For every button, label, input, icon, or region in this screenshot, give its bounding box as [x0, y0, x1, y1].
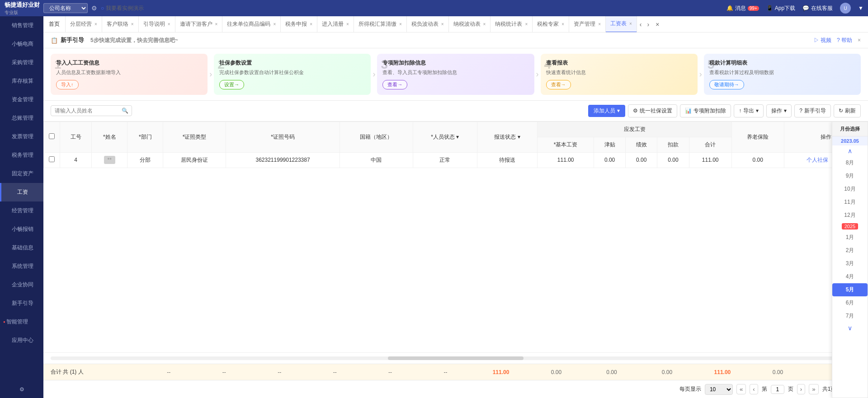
first-page-button[interactable]: «: [736, 384, 746, 394]
sidebar-item-operations[interactable]: 经营管理: [0, 201, 43, 220]
guide-help-link[interactable]: ? 帮助: [837, 37, 852, 44]
last-page-button[interactable]: »: [809, 384, 818, 394]
company-dropdown[interactable]: 公司名称: [43, 3, 88, 13]
month-8[interactable]: 8月: [832, 156, 868, 169]
month-1[interactable]: 1月: [832, 231, 868, 244]
close-icon[interactable]: ×: [346, 22, 349, 27]
tab-prev-button[interactable]: ‹: [637, 21, 645, 28]
unified-settings-button[interactable]: ⚙ 统一社保设置: [628, 104, 677, 117]
sidebar-item-assets[interactable]: 固定资产: [0, 164, 43, 183]
sidebar-item-finance[interactable]: 资金管理: [0, 90, 43, 109]
close-icon[interactable]: ×: [525, 22, 528, 27]
month-up-button[interactable]: ∧: [848, 147, 852, 155]
settings-icon[interactable]: ⚙: [91, 5, 97, 12]
tab-fen-ceng[interactable]: 分层经营 ×: [66, 16, 102, 33]
operations-button[interactable]: 操作 ▾: [766, 104, 792, 117]
month-6[interactable]: 6月: [832, 296, 868, 309]
sidebar-item-inventory[interactable]: 库存核算: [0, 72, 43, 90]
step3-btn[interactable]: 查看→: [382, 80, 407, 89]
month-7[interactable]: 7月: [832, 309, 868, 323]
sidebar-item-sales[interactable]: 销售管理: [0, 16, 43, 35]
year-2025-badge[interactable]: 2025: [842, 223, 858, 229]
close-icon[interactable]: ×: [441, 22, 444, 27]
month-5[interactable]: 5月: [832, 283, 868, 296]
month-10[interactable]: 10月: [832, 183, 868, 196]
app-download-button[interactable]: 📱 App下载: [766, 5, 795, 12]
page-size-select[interactable]: 10 20 50: [705, 384, 733, 395]
month-11[interactable]: 11月: [832, 196, 868, 209]
sidebar-item-collab[interactable]: 企业协同: [0, 276, 43, 294]
prev-page-button[interactable]: ‹: [750, 384, 758, 394]
user-menu-button[interactable]: ▼: [858, 5, 863, 11]
close-icon[interactable]: ×: [399, 22, 402, 27]
close-icon[interactable]: ×: [629, 21, 632, 26]
step1-btn[interactable]: 导入↑: [56, 80, 79, 89]
close-icon[interactable]: ×: [215, 22, 218, 27]
sidebar-item-guide[interactable]: 新手引导: [0, 294, 43, 313]
month-down-button[interactable]: ∨: [848, 324, 852, 332]
sidebar-item-invoice[interactable]: 发票管理: [0, 127, 43, 146]
add-employee-button[interactable]: 添加人员 ▾: [588, 105, 625, 117]
tab-product-code[interactable]: 往来单位商品编码 ×: [222, 16, 281, 33]
sidebar-item-ledger[interactable]: 总账管理: [0, 109, 43, 127]
month-12[interactable]: 12月: [832, 209, 868, 222]
close-icon[interactable]: ×: [273, 22, 276, 27]
select-all-checkbox[interactable]: [49, 133, 55, 139]
month-2[interactable]: 2月: [832, 244, 868, 257]
tab-salary-table[interactable]: 工资表 ×: [606, 16, 637, 33]
demo-link[interactable]: ○ 我要看实例演示: [101, 5, 144, 12]
tab-tax-stats[interactable]: 纳税统计表 ×: [491, 16, 533, 33]
tab-tax-burden[interactable]: 税负波动表 ×: [407, 16, 449, 33]
current-page-input[interactable]: [771, 385, 784, 394]
sidebar-item-tax[interactable]: 税务管理: [0, 146, 43, 164]
month-3[interactable]: 3月: [832, 257, 868, 270]
close-icon[interactable]: ×: [168, 22, 170, 27]
tab-tax-report[interactable]: 税务申报 ×: [281, 16, 317, 33]
step4-btn[interactable]: 查看→: [546, 80, 571, 89]
step5-btn[interactable]: 敬请期待→: [709, 80, 744, 89]
user-avatar[interactable]: U: [840, 3, 851, 14]
close-icon[interactable]: ×: [561, 22, 564, 27]
row-checkbox[interactable]: [49, 156, 55, 162]
online-service-button[interactable]: 💬 在线客服: [802, 5, 833, 12]
sidebar-item-apps[interactable]: 应用中心: [0, 331, 43, 350]
close-icon[interactable]: ×: [131, 22, 134, 27]
close-icon[interactable]: ×: [310, 22, 312, 27]
tab-next-button[interactable]: ›: [644, 21, 652, 28]
horizontal-scrollbar[interactable]: [43, 352, 868, 364]
tab-guide-desc[interactable]: 引导说明 ×: [139, 16, 175, 33]
tab-close-all-button[interactable]: ×: [652, 21, 663, 28]
tab-income-tax[interactable]: 所得税汇算清缴 ×: [354, 16, 407, 33]
sidebar-settings-button[interactable]: ⚙: [0, 381, 43, 398]
tab-tax-dynamic[interactable]: 纳税波动表 ×: [449, 16, 491, 33]
sidebar-item-expense[interactable]: 小畅报销: [0, 220, 43, 239]
tab-home[interactable]: 首页: [43, 16, 66, 33]
next-page-button[interactable]: ›: [797, 384, 805, 394]
tab-tax-expert[interactable]: 税检专家 ×: [533, 16, 569, 33]
special-deduction-button[interactable]: 📊 专项附加扣除: [680, 104, 731, 117]
month-9[interactable]: 9月: [832, 169, 868, 183]
export-button[interactable]: ↑ 导出 ▾: [734, 104, 764, 117]
sidebar-item-basic[interactable]: 基础信息: [0, 239, 43, 257]
sidebar-item-salary[interactable]: 工资: [0, 183, 43, 201]
guide-close-button[interactable]: ×: [858, 37, 861, 43]
close-icon[interactable]: ×: [94, 22, 97, 27]
month-4[interactable]: 4月: [832, 270, 868, 283]
guide-video-link[interactable]: ▷ 视频: [814, 37, 831, 44]
new-guide-button[interactable]: ? 新手引导: [794, 104, 831, 117]
personal-insurance-link[interactable]: 个人社保: [807, 157, 828, 163]
tab-inventory[interactable]: 进入清册 ×: [317, 16, 354, 33]
search-input[interactable]: [51, 105, 132, 116]
step2-btn[interactable]: 设置→: [219, 80, 244, 89]
sidebar-item-system[interactable]: 系统管理: [0, 257, 43, 276]
filter-icon[interactable]: ▾: [456, 134, 459, 140]
notification-button[interactable]: 🔔 消息 99+: [726, 5, 759, 12]
filter-icon[interactable]: ▾: [518, 134, 520, 140]
close-icon[interactable]: ×: [598, 22, 601, 27]
tab-invite[interactable]: 邀请下游客户 ×: [175, 16, 223, 33]
sidebar-item-ecommerce[interactable]: 小畅电商: [0, 35, 43, 53]
refresh-button[interactable]: ↻ 刷新: [834, 104, 861, 117]
sidebar-item-purchase[interactable]: 采购管理: [0, 53, 43, 72]
tab-client[interactable]: 客户联络 ×: [102, 16, 139, 33]
tab-asset-mgmt[interactable]: 资产管理 ×: [569, 16, 606, 33]
